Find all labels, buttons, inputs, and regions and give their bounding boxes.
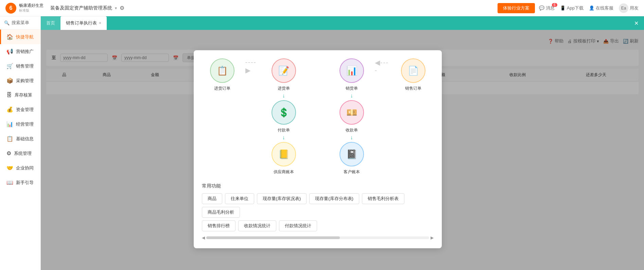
- sidebar-item-inventory[interactable]: 🗄 库存核算: [0, 88, 40, 102]
- user-area[interactable]: Ea 用友: [619, 3, 639, 13]
- page-content: ❓ 帮助 🖨 按模板打印 ▾ 📤 导出 🔄 刷新: [41, 30, 644, 270]
- search-icon: 🔍: [4, 20, 10, 25]
- top-right-area: 💬 消息 6 📱 App下载 👤 在线客服 Ea 用友: [539, 3, 639, 13]
- base-icon: 📋: [6, 136, 13, 142]
- flow-payment-bill[interactable]: 💲 付款单: [263, 100, 304, 133]
- system-dropdown-icon[interactable]: ▾: [115, 6, 117, 11]
- purchase-order-label: 进货订单: [214, 86, 230, 91]
- sidebar-item-collab[interactable]: 🤝 企业协同: [0, 161, 40, 175]
- sales-bill-icon: 📊: [340, 58, 364, 83]
- purchase-bill-label: 进货单: [278, 86, 290, 91]
- scroll-thumb: [206, 236, 340, 239]
- message-badge: 6: [552, 3, 557, 7]
- tab-bar: 首页 销售订单执行表 × ✕: [41, 16, 644, 30]
- sidebar-item-sales[interactable]: 🛒 销售管理: [0, 59, 40, 73]
- tab-home[interactable]: 首页: [41, 16, 60, 30]
- sidebar: 🔍 搜索菜单 🏠 快捷导航 📢 营销推广 🛒 销售管理 📦 采购管理 🗄: [0, 16, 41, 270]
- purchase-order-icon: 📋: [210, 58, 234, 83]
- home-icon: 🏠: [6, 34, 13, 40]
- operation-icon: 📊: [6, 121, 13, 127]
- tab-sales-order[interactable]: 销售订单执行表 ×: [60, 16, 107, 30]
- flow-sales-bill[interactable]: 📊 销货单: [331, 58, 372, 91]
- sidebar-item-marketing[interactable]: 📢 营销推广: [0, 44, 40, 59]
- common-functions: 常用功能 商品 往来单位 现存量(库存状况表) 现存量(库存分布表) 销售毛利分…: [202, 183, 434, 231]
- flow-purchase-bill[interactable]: 📝 进货单: [263, 58, 304, 91]
- sales-bill-label: 销货单: [346, 86, 358, 91]
- sidebar-item-capital[interactable]: 💰 资金管理: [0, 102, 40, 117]
- settings-icon[interactable]: ⚙: [120, 5, 124, 11]
- purchase-icon: 📦: [6, 77, 13, 84]
- receipt-bill-label: 收款单: [346, 127, 358, 133]
- logo-sub: 标准版: [19, 8, 43, 13]
- arrow-down-purchase: ↓: [282, 93, 285, 99]
- arrow-down-receipt: ↓: [350, 134, 353, 141]
- flow-purchase-order[interactable]: 📋 进货订单: [202, 58, 243, 91]
- func-goods[interactable]: 商品: [202, 193, 222, 204]
- arrow-purchase-to-bill: - - - - ▶: [243, 58, 263, 74]
- sales-order-label: 销售订单: [405, 86, 421, 91]
- func-inventory-status[interactable]: 现存量(库存状况表): [257, 193, 307, 204]
- func-receipt-stats[interactable]: 收款情况统计: [238, 220, 276, 231]
- arrow-down-payment: ↓: [282, 134, 285, 141]
- quick-guide-panel: 📋 进货订单 - - - - ▶: [194, 50, 442, 248]
- message-button[interactable]: 💬 消息 6: [539, 5, 555, 11]
- flow-section: 📋 进货订单 - - - - ▶: [202, 58, 434, 175]
- receipt-bill-icon: 💴: [340, 100, 364, 125]
- content-area: 首页 销售订单执行表 × ✕ ❓ 帮助 🖨 按: [41, 16, 644, 270]
- scroll-right-icon[interactable]: ▶: [431, 235, 434, 240]
- func-sales-profit[interactable]: 销售毛利分析表: [362, 193, 404, 204]
- scroll-left-icon[interactable]: ◀: [202, 235, 205, 240]
- app-download-button[interactable]: 📱 App下载: [560, 5, 584, 11]
- download-icon: 📱: [560, 5, 565, 11]
- inventory-icon: 🗄: [6, 92, 12, 98]
- func-sales-rank[interactable]: 销售排行榜: [202, 220, 236, 231]
- payment-bill-label: 付款单: [278, 127, 290, 133]
- close-all-tabs-button[interactable]: ✕: [629, 20, 644, 26]
- message-icon: 💬: [539, 5, 544, 11]
- system-icon: ⚙: [6, 150, 11, 157]
- arrow-salesorder-to-bill: ◀ - - - -: [372, 58, 393, 74]
- logo-area: 6 畅康通好生意 标准版: [5, 3, 46, 14]
- search-menu-button[interactable]: 🔍 搜索菜单: [0, 16, 40, 30]
- capital-icon: 💰: [6, 106, 13, 113]
- flow-receipt-bill[interactable]: 💴 收款单: [331, 100, 372, 133]
- customer-account-icon: 📓: [340, 142, 364, 166]
- sidebar-item-base[interactable]: 📋 基础信息: [0, 131, 40, 146]
- func-buttons-row2: 销售排行榜 收款情况统计 付款情况统计: [202, 220, 434, 231]
- logo-text: 畅康通好生意: [19, 3, 43, 8]
- sidebar-item-newbie[interactable]: 📖 新手引导: [0, 175, 40, 190]
- marketing-icon: 📢: [6, 48, 13, 55]
- system-title-area: 装备及固定资产辅助管理系统 ▾ ⚙: [50, 5, 493, 11]
- sales-icon: 🛒: [6, 63, 13, 69]
- customer-account-label: 客户账本: [344, 169, 360, 175]
- func-goods-profit[interactable]: 商品毛利分析: [202, 207, 240, 218]
- func-partners[interactable]: 往来单位: [225, 193, 254, 204]
- arrow-down-sales: ↓: [350, 93, 353, 99]
- logo-icon: 6: [5, 3, 16, 14]
- flow-customer-account[interactable]: 📓 客户账本: [331, 142, 372, 175]
- func-inventory-dist[interactable]: 现存量(库存分布表): [309, 193, 359, 204]
- purchase-bill-icon: 📝: [272, 58, 296, 83]
- sidebar-item-system[interactable]: ⚙ 系统管理: [0, 146, 40, 161]
- avatar: Ea: [619, 3, 628, 13]
- system-name: 装备及固定资产辅助管理系统: [50, 5, 112, 11]
- service-icon: 👤: [589, 5, 594, 11]
- payment-bill-icon: 💲: [272, 100, 296, 125]
- supplier-account-label: 供应商账本: [274, 169, 294, 175]
- func-payment-stats[interactable]: 付款情况统计: [279, 220, 317, 231]
- sales-order-icon: 📄: [401, 58, 425, 83]
- try-button[interactable]: 体验行业方案: [498, 3, 535, 13]
- online-service-button[interactable]: 👤 在线客服: [589, 5, 613, 11]
- common-functions-title: 常用功能: [202, 183, 434, 189]
- sidebar-item-quick[interactable]: 🏠 快捷导航: [0, 30, 40, 44]
- tab-close-icon[interactable]: ×: [99, 21, 101, 25]
- scroll-track[interactable]: [206, 236, 429, 239]
- newbie-icon: 📖: [6, 179, 13, 186]
- sidebar-item-purchase[interactable]: 📦 采购管理: [0, 73, 40, 88]
- func-buttons-row1: 商品 往来单位 现存量(库存状况表) 现存量(库存分布表) 销售毛利分析表 商品…: [202, 193, 434, 218]
- collab-icon: 🤝: [6, 165, 13, 171]
- flow-sales-order[interactable]: 📄 销售订单: [393, 58, 434, 91]
- panel-scrollbar: ◀ ▶: [202, 235, 434, 240]
- flow-supplier-account[interactable]: 📒 供应商账本: [263, 142, 304, 175]
- sidebar-item-operation[interactable]: 📊 经营管理: [0, 117, 40, 131]
